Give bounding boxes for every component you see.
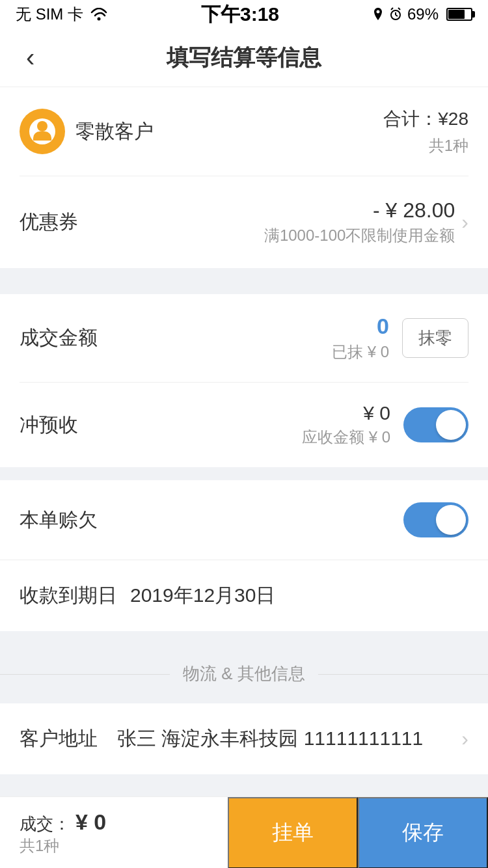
bottom-bar: 成交： ¥ 0 共1种 挂单 保存 <box>0 796 488 868</box>
location-icon <box>372 7 384 21</box>
logistics-title: 物流 & 其他信息 <box>170 662 318 685</box>
carrier-text: 无 SIM 卡 <box>16 4 83 25</box>
nav-bar: ‹ 填写结算等信息 <box>0 29 488 87</box>
customer-count: 共1种 <box>383 135 468 156</box>
section-separator-2 <box>0 467 488 480</box>
amount-right: 0 已抹 ¥ 0 抹零 <box>332 314 468 362</box>
customer-card: 零散客户 合计：¥28 共1种 优惠券 - ¥ 28.00 满1000-100不… <box>0 87 488 268</box>
prereceive-value-wrap: ¥ 0 应收金额 ¥ 0 <box>302 402 390 448</box>
svg-line-5 <box>398 8 400 10</box>
address-row[interactable]: 客户地址 张三 海淀永丰科技园 11111111111 › <box>0 703 488 774</box>
amount-label: 成交金额 <box>20 325 98 351</box>
amount-value: 0 <box>332 314 389 339</box>
customer-avatar <box>20 109 65 154</box>
coupon-label: 优惠券 <box>20 209 78 236</box>
deal-count: 共1种 <box>20 835 208 856</box>
battery-icon <box>446 8 472 21</box>
bottom-left: 成交： ¥ 0 共1种 <box>0 809 228 856</box>
coupon-amount: - ¥ 28.00 <box>264 198 455 223</box>
status-right: 69% <box>372 5 472 23</box>
status-time: 下午3:18 <box>201 1 279 28</box>
svg-line-3 <box>396 15 398 16</box>
battery-percent: 69% <box>407 5 439 23</box>
chevron-right-icon: › <box>461 210 468 234</box>
debt-toggle-knob <box>436 505 466 535</box>
prereceive-label: 冲预收 <box>20 412 78 439</box>
amount-sub: 已抹 ¥ 0 <box>332 342 389 362</box>
section-separator-3 <box>0 631 488 644</box>
status-bar: 无 SIM 卡 下午3:18 69% <box>0 0 488 29</box>
status-left: 无 SIM 卡 <box>16 4 108 25</box>
debt-row: 本单赊欠 <box>20 480 468 560</box>
debt-label: 本单赊欠 <box>20 507 98 534</box>
customer-row: 零散客户 合计：¥28 共1种 <box>0 87 488 176</box>
logistics-header: 物流 & 其他信息 <box>0 644 488 703</box>
back-button[interactable]: ‹ <box>20 36 41 79</box>
coupon-value: - ¥ 28.00 满1000-100不限制使用金额 <box>264 198 455 246</box>
customer-name: 零散客户 <box>75 118 154 145</box>
address-value: 张三 海淀永丰科技园 11111111111 <box>117 726 461 752</box>
amount-value-wrap: 0 已抹 ¥ 0 <box>332 314 389 362</box>
debt-toggle[interactable] <box>403 502 468 537</box>
coupon-right: - ¥ 28.00 满1000-100不限制使用金额 › <box>264 198 468 246</box>
deal-amount: ¥ 0 <box>75 809 106 835</box>
address-label: 客户地址 <box>20 726 98 752</box>
prereceive-row: 冲预收 ¥ 0 应收金额 ¥ 0 <box>20 382 468 467</box>
coupon-desc: 满1000-100不限制使用金额 <box>264 225 455 246</box>
address-chevron-icon: › <box>461 727 468 751</box>
amount-section: 成交金额 0 已抹 ¥ 0 抹零 冲预收 ¥ 0 应收金额 ¥ 0 <box>0 294 488 467</box>
svg-line-4 <box>391 8 393 10</box>
prereceive-amount: ¥ 0 <box>302 402 390 424</box>
prereceive-sub: 应收金额 ¥ 0 <box>302 427 390 448</box>
section-separator-4 <box>0 774 488 787</box>
alarm-icon <box>389 7 402 21</box>
duedate-label: 收款到期日 <box>20 582 117 609</box>
coupon-row[interactable]: 优惠券 - ¥ 28.00 满1000-100不限制使用金额 › <box>0 176 488 268</box>
toggle-knob <box>436 410 466 440</box>
svg-point-0 <box>98 18 101 21</box>
customer-right: 合计：¥28 共1种 <box>383 107 468 156</box>
page-title: 填写结算等信息 <box>167 43 321 73</box>
save-button[interactable]: 保存 <box>358 797 488 869</box>
prereceive-right: ¥ 0 应收金额 ¥ 0 <box>302 402 468 448</box>
section-separator-1 <box>0 281 488 294</box>
duedate-value: 2019年12月30日 <box>130 582 275 609</box>
debt-section: 本单赊欠 <box>0 480 488 560</box>
round-button[interactable]: 抹零 <box>402 318 468 358</box>
main-content: 零散客户 合计：¥28 共1种 优惠券 - ¥ 28.00 满1000-100不… <box>0 87 488 865</box>
deal-label: 成交： <box>20 813 70 835</box>
avatar-icon <box>29 118 55 144</box>
customer-total: 合计：¥28 <box>383 107 468 131</box>
customer-left: 零散客户 <box>20 109 154 154</box>
prereceive-toggle[interactable] <box>403 407 468 442</box>
amount-row: 成交金额 0 已抹 ¥ 0 抹零 <box>20 294 468 382</box>
duedate-row: 收款到期日 2019年12月30日 <box>0 560 488 631</box>
wifi-icon <box>90 8 108 21</box>
pending-button[interactable]: 挂单 <box>228 797 358 869</box>
